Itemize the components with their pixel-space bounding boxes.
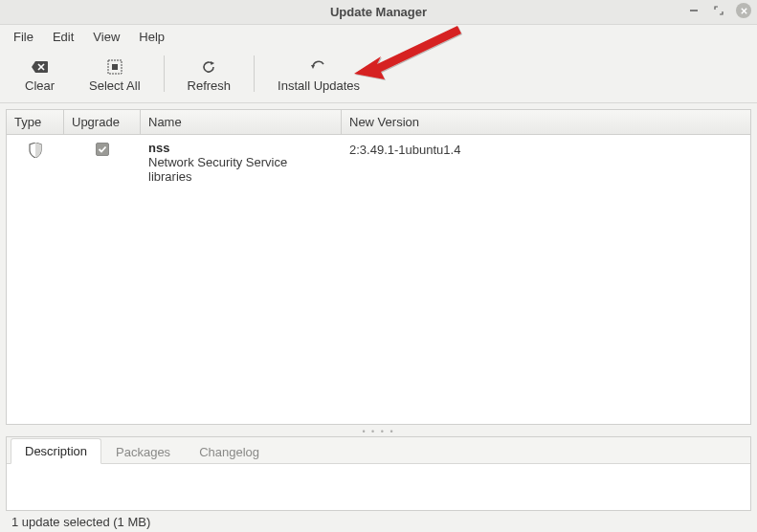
main-area: Type Upgrade Name New Version — [0, 103, 757, 511]
tab-changelog[interactable]: Changelog — [185, 439, 274, 464]
status-text: 1 update selected (1 MB) — [11, 515, 150, 529]
tab-content — [7, 464, 750, 510]
close-button[interactable] — [736, 3, 751, 18]
tab-description[interactable]: Description — [11, 438, 101, 464]
column-header-type[interactable]: Type — [7, 110, 64, 134]
clear-label: Clear — [25, 78, 55, 93]
refresh-label: Refresh — [188, 78, 232, 93]
statusbar: 1 update selected (1 MB) — [0, 511, 757, 532]
toolbar-separator — [254, 55, 255, 92]
updates-table: Type Upgrade Name New Version — [6, 109, 751, 425]
package-description: Network Security Service libraries — [148, 155, 334, 184]
select-all-icon — [107, 57, 122, 77]
cell-name: nss Network Security Service libraries — [141, 141, 342, 184]
detail-panel: Description Packages Changelog — [6, 436, 751, 511]
install-label: Install Updates — [278, 78, 360, 93]
menubar: File Edit View Help — [0, 25, 757, 48]
tab-packages[interactable]: Packages — [101, 439, 185, 464]
svg-rect-6 — [112, 64, 118, 70]
titlebar: Update Manager — [0, 0, 757, 25]
menu-view[interactable]: View — [85, 28, 127, 46]
detail-tabbar: Description Packages Changelog — [7, 437, 750, 464]
minimize-button[interactable] — [686, 3, 701, 18]
refresh-icon — [201, 57, 216, 77]
column-header-name[interactable]: Name — [141, 110, 342, 134]
select-all-label: Select All — [89, 78, 140, 93]
cell-upgrade[interactable] — [64, 141, 141, 156]
table-header: Type Upgrade Name New Version — [7, 110, 750, 135]
clear-button[interactable]: Clear — [8, 54, 72, 95]
upgrade-checkbox[interactable] — [96, 143, 109, 156]
svg-marker-8 — [311, 65, 315, 69]
install-updates-button[interactable]: Install Updates — [260, 54, 377, 95]
toolbar: Clear Select All Refresh Install Updat — [0, 48, 757, 103]
clear-icon — [32, 57, 49, 77]
column-header-new-version[interactable]: New Version — [342, 110, 750, 134]
window-controls — [686, 3, 751, 18]
maximize-button[interactable] — [711, 3, 726, 18]
close-icon — [740, 7, 748, 15]
column-header-upgrade[interactable]: Upgrade — [64, 110, 141, 134]
install-icon — [310, 57, 327, 77]
maximize-icon — [714, 6, 724, 15]
menu-file[interactable]: File — [6, 28, 41, 46]
package-name: nss — [148, 141, 334, 155]
menu-help[interactable]: Help — [131, 28, 172, 46]
window-title: Update Manager — [0, 5, 757, 19]
toolbar-separator — [164, 55, 165, 92]
select-all-button[interactable]: Select All — [72, 54, 157, 95]
pane-resize-handle[interactable]: • • • • — [6, 427, 751, 434]
table-body[interactable]: nss Network Security Service libraries 2… — [7, 135, 750, 424]
menu-edit[interactable]: Edit — [45, 28, 81, 46]
cell-new-version: 2:3.49.1-1ubuntu1.4 — [342, 141, 750, 157]
cell-type — [7, 141, 64, 158]
minimize-icon — [689, 6, 699, 15]
shield-icon — [29, 143, 42, 158]
refresh-button[interactable]: Refresh — [170, 54, 249, 95]
check-icon — [98, 144, 107, 154]
table-row[interactable]: nss Network Security Service libraries 2… — [7, 135, 750, 188]
svg-marker-7 — [211, 61, 214, 65]
